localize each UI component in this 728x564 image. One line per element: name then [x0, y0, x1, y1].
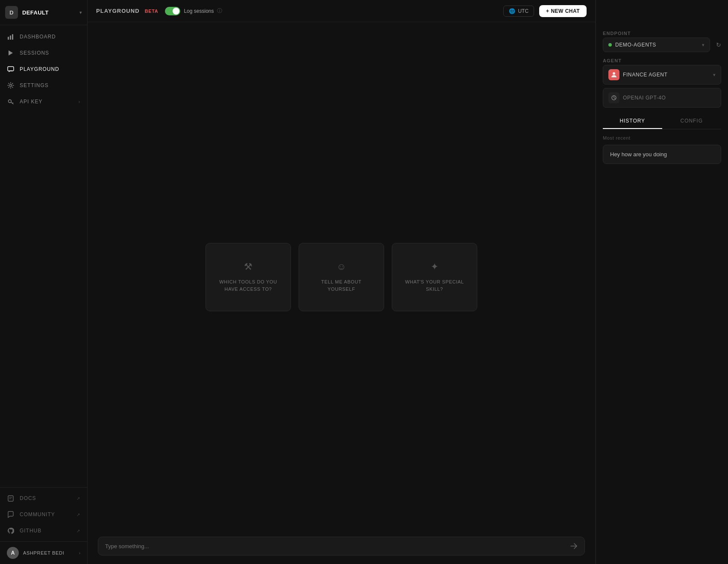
most-recent-label: Most recent [603, 135, 721, 140]
settings-icon [7, 82, 15, 89]
info-icon[interactable]: ⓘ [217, 7, 222, 15]
topbar-title: PLAYGROUND [96, 8, 140, 14]
sidebar: D DEFAULT ▾ DASHBOARD SESSIONS [0, 0, 88, 564]
spacer [603, 140, 721, 145]
prompt-cards-container: ⚒ WHICH TOOLS DO YOU HAVE ACCESS TO? ☺ T… [205, 243, 477, 311]
model-icon [608, 92, 619, 103]
sidebar-nav: DASHBOARD SESSIONS PLAYGROUND [0, 25, 87, 487]
chat-area: ⚒ WHICH TOOLS DO YOU HAVE ACCESS TO? ☺ T… [88, 22, 595, 532]
sidebar-apikey-label: API KEY [20, 99, 42, 105]
new-chat-button[interactable]: + NEW CHAT [539, 5, 587, 17]
prompt-card-skill-text: WHAT'S YOUR SPECIAL SKILL? [401, 278, 468, 292]
agent-section: AGENT FINANCE AGENT ▾ [603, 58, 721, 108]
chat-input-box [98, 537, 585, 555]
right-panel: ENDPOINT DEMO-AGENTS ▾ ↻ AGENT [596, 0, 728, 564]
globe-icon: 🌐 [509, 8, 515, 14]
sidebar-bottom-links: DOCS ↗ COMMUNITY ↗ GITHUB ↗ [0, 487, 87, 541]
endpoint-row: DEMO-AGENTS ▾ ↻ [603, 38, 721, 52]
panel-tabs: HISTORY CONFIG [603, 114, 721, 129]
agent-selector[interactable]: FINANCE AGENT ▾ [603, 65, 721, 85]
sidebar-docs-label: DOCS [20, 495, 36, 501]
bar-chart-icon [7, 33, 15, 41]
svg-point-5 [10, 85, 12, 87]
sparkle-icon: ✦ [431, 261, 438, 272]
log-sessions-toggle[interactable] [165, 7, 180, 15]
tab-config[interactable]: CONFIG [662, 114, 722, 129]
sidebar-playground-label: PLAYGROUND [20, 66, 59, 72]
external-link-icon: ↗ [76, 496, 80, 501]
sidebar-item-settings[interactable]: SETTINGS [0, 77, 87, 94]
sidebar-item-sessions[interactable]: SESSIONS [0, 45, 87, 61]
chat-icon [7, 65, 15, 73]
user-avatar: A [7, 547, 19, 559]
send-button[interactable] [570, 542, 578, 550]
endpoint-chevron-icon: ▾ [702, 42, 705, 48]
chat-bubble-icon [7, 511, 15, 518]
topbar: PLAYGROUND BETA Log sessions ⓘ 🌐 UTC + N… [88, 0, 595, 22]
book-icon [7, 494, 15, 502]
endpoint-selector[interactable]: DEMO-AGENTS ▾ [603, 38, 710, 52]
prompt-card-skill[interactable]: ✦ WHAT'S YOUR SPECIAL SKILL? [392, 243, 477, 311]
svg-rect-4 [8, 67, 14, 71]
sidebar-community-label: COMMUNITY [20, 511, 55, 517]
play-icon [7, 49, 15, 57]
refresh-icon[interactable]: ↻ [716, 41, 721, 48]
sidebar-item-api-key[interactable]: API KEY › [0, 94, 87, 110]
prompt-card-yourself-text: TELL ME ABOUT YOURSELF [308, 278, 375, 292]
user-name-label: ASHPREET BEDI [23, 550, 75, 555]
sidebar-dashboard-label: DASHBOARD [20, 34, 56, 40]
chat-input-area [88, 532, 595, 564]
endpoint-label: ENDPOINT [603, 31, 721, 36]
user-profile[interactable]: A ASHPREET BEDI › [0, 541, 87, 564]
workspace-label: DEFAULT [22, 9, 75, 16]
sidebar-item-docs[interactable]: DOCS ↗ [0, 490, 87, 506]
utc-label: UTC [518, 8, 528, 14]
agent-value: FINANCE AGENT [623, 72, 710, 78]
external-link-icon-3: ↗ [76, 529, 80, 533]
beta-badge: BETA [145, 9, 159, 14]
endpoint-value: DEMO-AGENTS [615, 42, 699, 48]
endpoint-section: ENDPOINT DEMO-AGENTS ▾ ↻ [603, 31, 721, 52]
sidebar-item-dashboard[interactable]: DASHBOARD [0, 29, 87, 45]
tab-history[interactable]: HISTORY [603, 114, 662, 129]
workspace-selector[interactable]: D DEFAULT ▾ [0, 0, 87, 25]
main-content: PLAYGROUND BETA Log sessions ⓘ 🌐 UTC + N… [88, 0, 596, 564]
external-link-icon-2: ↗ [76, 512, 80, 517]
svg-rect-1 [10, 35, 11, 40]
workspace-avatar: D [5, 6, 18, 19]
right-panel-inner: ENDPOINT DEMO-AGENTS ▾ ↻ AGENT [596, 22, 728, 564]
utc-selector[interactable]: 🌐 UTC [503, 6, 534, 17]
agent-chevron-icon: ▾ [713, 72, 716, 78]
tools-icon: ⚒ [244, 261, 252, 272]
sidebar-item-community[interactable]: COMMUNITY ↗ [0, 506, 87, 523]
svg-marker-3 [9, 50, 13, 56]
svg-rect-2 [12, 34, 13, 40]
prompt-card-tools-text: WHICH TOOLS DO YOU HAVE ACCESS TO? [214, 278, 282, 292]
history-entry-0[interactable]: Hey how are you doing [603, 145, 721, 164]
workspace-chevron-icon: ▾ [79, 10, 82, 15]
sidebar-github-label: GITHUB [20, 528, 41, 534]
log-sessions-toggle-wrap: Log sessions ⓘ [165, 7, 222, 15]
user-chevron-icon: › [79, 551, 80, 555]
endpoint-status-dot [608, 43, 612, 47]
prompt-card-tools[interactable]: ⚒ WHICH TOOLS DO YOU HAVE ACCESS TO? [205, 243, 291, 311]
history-section: Most recent Hey how are you doing [603, 135, 721, 164]
api-key-arrow-icon: › [79, 99, 80, 104]
key-icon [7, 98, 15, 105]
github-icon [7, 527, 15, 535]
svg-rect-0 [8, 37, 9, 40]
prompt-card-yourself[interactable]: ☺ TELL ME ABOUT YOURSELF [299, 243, 384, 311]
agent-label: AGENT [603, 58, 721, 63]
model-selector[interactable]: OPENAI GPT-4O [603, 88, 721, 108]
sidebar-item-playground[interactable]: PLAYGROUND [0, 61, 87, 77]
smiley-icon: ☺ [337, 261, 346, 272]
sidebar-item-github[interactable]: GITHUB ↗ [0, 523, 87, 539]
log-sessions-label: Log sessions [184, 8, 214, 14]
model-value: OPENAI GPT-4O [623, 95, 716, 101]
chat-input[interactable] [105, 543, 566, 549]
sidebar-sessions-label: SESSIONS [20, 50, 49, 56]
svg-point-8 [613, 72, 615, 75]
sidebar-settings-label: SETTINGS [20, 82, 49, 88]
agent-avatar-icon [608, 69, 619, 80]
